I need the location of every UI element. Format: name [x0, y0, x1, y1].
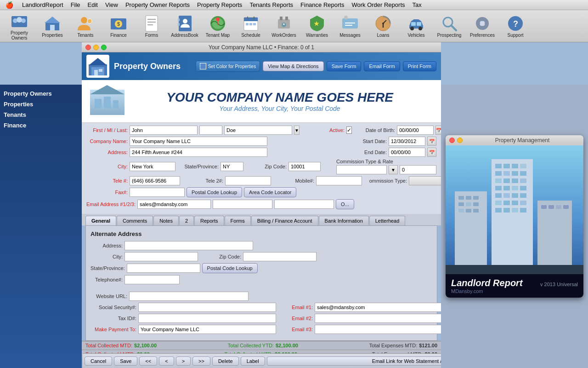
- start-date-input[interactable]: [389, 137, 425, 146]
- save-form-button[interactable]: Save Form: [327, 61, 362, 71]
- website-input[interactable]: [129, 292, 249, 301]
- menu-view[interactable]: View: [102, 0, 122, 10]
- toolbar-warranties[interactable]: ★ Warranties: [301, 12, 333, 40]
- alt-telephone-input[interactable]: [124, 275, 180, 284]
- delete-button[interactable]: Delete: [212, 356, 239, 366]
- prev-prev-button[interactable]: <<: [139, 356, 157, 366]
- sidebar-item-property-owners[interactable]: Property Owners: [4, 88, 78, 99]
- tab-bank[interactable]: Bank Information: [319, 216, 369, 225]
- email-o-button[interactable]: O...: [336, 199, 354, 209]
- toolbar-addressbook[interactable]: AddressBook: [169, 12, 200, 40]
- zip-input[interactable]: [288, 162, 321, 171]
- alt-state-input[interactable]: [127, 264, 200, 273]
- sidebar-item-finance[interactable]: Finance: [4, 120, 78, 131]
- alt-address-input[interactable]: [124, 241, 253, 250]
- taxid-input[interactable]: [138, 314, 276, 323]
- promo-minimize[interactable]: [457, 138, 463, 143]
- menu-edit[interactable]: Edit: [84, 0, 102, 10]
- dob-input[interactable]: [397, 126, 434, 135]
- ssn-input[interactable]: [138, 303, 276, 312]
- cancel-button[interactable]: Cancel: [85, 356, 112, 366]
- email-form-button[interactable]: Email Form: [364, 61, 400, 71]
- email-link-button[interactable]: Email Link for Web Statement / HTML: [267, 356, 441, 366]
- fax-input[interactable]: [130, 188, 185, 197]
- sidebar-item-properties[interactable]: Properties: [4, 99, 78, 109]
- view-map-button[interactable]: View Map & Directions: [263, 61, 323, 71]
- alt-city-input[interactable]: [124, 252, 198, 261]
- menu-tenants-reports[interactable]: Tenants Reports: [246, 0, 297, 10]
- mobile-input[interactable]: [316, 176, 362, 185]
- mi-input[interactable]: [199, 126, 222, 135]
- toolbar-prospecting[interactable]: Prospecting: [434, 12, 465, 40]
- area-code-locator-button[interactable]: Area Code Locator: [244, 187, 296, 197]
- toolbar-tenantmap[interactable]: Tenant Map: [202, 12, 233, 40]
- name-dropdown[interactable]: ▼: [294, 126, 300, 135]
- next-button[interactable]: >: [176, 356, 191, 366]
- toolbar-workorders[interactable]: WorkOrders: [268, 12, 300, 40]
- tab-forms[interactable]: Forms: [225, 216, 251, 225]
- maximize-button[interactable]: [101, 45, 107, 50]
- tab-letterhead[interactable]: Letterhead: [369, 216, 406, 225]
- end-date-input[interactable]: [389, 148, 425, 157]
- comm-type-input[interactable]: [409, 176, 441, 185]
- last-name-input[interactable]: [224, 126, 292, 135]
- alt-postal-lookup-button[interactable]: Postal Code Lookup: [202, 263, 258, 273]
- end-date-calendar-icon[interactable]: 📅: [427, 148, 436, 157]
- payment-input[interactable]: [138, 325, 276, 334]
- tab-reports[interactable]: Reports: [194, 216, 224, 225]
- toolbar-vehicles[interactable]: Vehicles: [401, 12, 432, 40]
- menu-tax[interactable]: Tax: [409, 0, 425, 10]
- email2-input[interactable]: [213, 200, 272, 209]
- menu-property-owner-reports[interactable]: Property Owner Reports: [122, 0, 193, 10]
- tele2-input[interactable]: [225, 176, 271, 185]
- commission-type-dropdown[interactable]: ▼: [389, 165, 398, 174]
- toolbar-properties[interactable]: Properties: [37, 12, 68, 40]
- dob-calendar-icon[interactable]: 📅: [435, 126, 441, 135]
- active-checkbox[interactable]: ✓: [346, 126, 352, 134]
- toolbar-loans[interactable]: Loans: [368, 12, 399, 40]
- apple-menu[interactable]: 🍎: [0, 1, 18, 9]
- email3-field-input[interactable]: [315, 325, 441, 334]
- tab-comments[interactable]: Comments: [117, 216, 153, 225]
- tele-input[interactable]: [130, 176, 180, 185]
- email2-field-input[interactable]: [315, 314, 441, 323]
- save-button[interactable]: Save: [114, 356, 137, 366]
- menu-file[interactable]: File: [67, 0, 84, 10]
- tab-billing[interactable]: Billing / Finance Account: [251, 216, 318, 225]
- postal-code-lookup-button[interactable]: Postal Code Lookup: [187, 187, 242, 197]
- email3-input[interactable]: [274, 200, 334, 209]
- label-button[interactable]: Label: [241, 356, 265, 366]
- address-input[interactable]: [130, 148, 267, 157]
- toolbar-support[interactable]: ? Support: [500, 12, 531, 40]
- menu-finance-reports[interactable]: Finance Reports: [297, 0, 348, 10]
- email1-input[interactable]: [137, 200, 211, 209]
- state-input[interactable]: [220, 162, 243, 171]
- next-next-button[interactable]: >>: [192, 356, 210, 366]
- first-name-input[interactable]: [130, 126, 198, 135]
- start-date-calendar-icon[interactable]: 📅: [427, 137, 436, 146]
- toolbar-schedule[interactable]: Schedule: [235, 12, 266, 40]
- company-name-input[interactable]: [130, 137, 267, 146]
- print-form-button[interactable]: Print Form: [403, 61, 436, 71]
- menu-workorder-reports[interactable]: Work Order Reports: [348, 0, 408, 10]
- promo-close[interactable]: [449, 138, 455, 143]
- tab-general[interactable]: General: [85, 216, 116, 225]
- menu-landlordreport[interactable]: LandlordReport: [18, 0, 67, 10]
- prev-button[interactable]: <: [159, 356, 174, 366]
- commission-type-select[interactable]: [336, 165, 387, 174]
- toolbar-tenants[interactable]: Tenants: [70, 12, 101, 40]
- menu-property-reports[interactable]: Property Reports: [193, 0, 246, 10]
- tab-notes[interactable]: Notes: [153, 216, 179, 225]
- tab-2[interactable]: 2: [179, 216, 194, 225]
- set-color-button[interactable]: Set Color for Properties: [196, 61, 260, 72]
- close-button[interactable]: [85, 45, 91, 50]
- minimize-button[interactable]: [93, 45, 99, 50]
- toolbar-finance[interactable]: $ Finance: [103, 12, 134, 40]
- alt-zip-input[interactable]: [243, 252, 317, 261]
- toolbar-property-owners[interactable]: Property Owners: [4, 12, 35, 40]
- toolbar-preferences[interactable]: Preferences: [467, 12, 498, 40]
- toolbar-messages[interactable]: Messages: [334, 12, 366, 40]
- city-input[interactable]: [130, 162, 175, 171]
- toolbar-forms[interactable]: Forms: [136, 12, 167, 40]
- commission-rate-input[interactable]: [400, 165, 436, 174]
